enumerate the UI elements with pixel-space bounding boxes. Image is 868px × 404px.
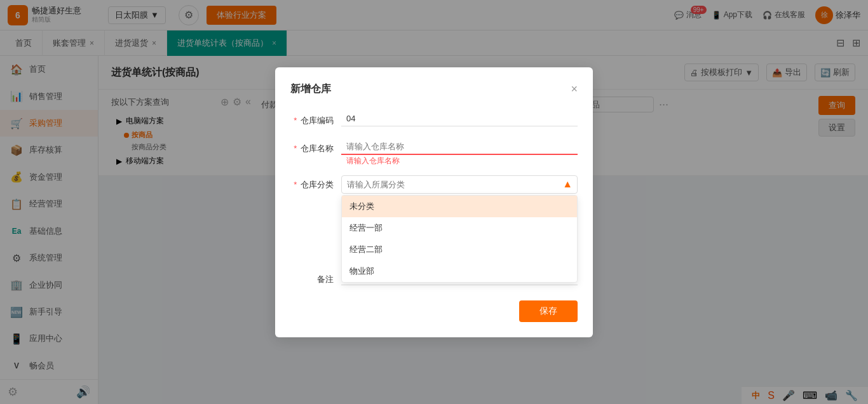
- category-dropdown: 未分类 经营一部 经营二部 物业部: [341, 195, 578, 283]
- category-form-row: * 仓库分类 ▲ 未分类 经营一部 经营二部 物业部: [290, 175, 578, 194]
- modal-close-button[interactable]: ×: [571, 83, 578, 96]
- required-star3: *: [294, 180, 297, 189]
- dropdown-item-2[interactable]: 经营二部: [342, 239, 577, 260]
- code-input[interactable]: [341, 111, 578, 126]
- category-input[interactable]: [341, 175, 578, 194]
- required-star: *: [294, 116, 297, 125]
- modal-title: 新增仓库: [290, 83, 331, 96]
- category-label: * 仓库分类: [290, 175, 341, 191]
- modal-footer: 保存: [290, 300, 578, 322]
- note-label: 备注: [290, 270, 341, 285]
- code-form-row: * 仓库编码: [290, 111, 578, 126]
- dropdown-item-0[interactable]: 未分类: [342, 196, 577, 217]
- name-input[interactable]: [341, 139, 578, 155]
- modal-overlay: 新增仓库 × * 仓库编码 * 仓库名称 请输入仓库名称 *: [0, 0, 868, 404]
- required-star2: *: [294, 144, 297, 153]
- dropdown-item-3[interactable]: 物业部: [342, 260, 577, 282]
- category-select-container: ▲ 未分类 经营一部 经营二部 物业部: [341, 175, 578, 194]
- new-warehouse-modal: 新增仓库 × * 仓库编码 * 仓库名称 请输入仓库名称 *: [275, 67, 593, 337]
- dropdown-item-1[interactable]: 经营一部: [342, 217, 577, 239]
- modal-header: 新增仓库 ×: [290, 83, 578, 96]
- name-label: * 仓库名称: [290, 139, 341, 154]
- name-error-msg: 请输入仓库名称: [346, 156, 400, 166]
- name-form-row: * 仓库名称 请输入仓库名称: [290, 139, 578, 155]
- select-arrow-up-icon: ▲: [562, 178, 573, 190]
- save-button[interactable]: 保存: [519, 300, 578, 322]
- code-label: * 仓库编码: [290, 111, 341, 126]
